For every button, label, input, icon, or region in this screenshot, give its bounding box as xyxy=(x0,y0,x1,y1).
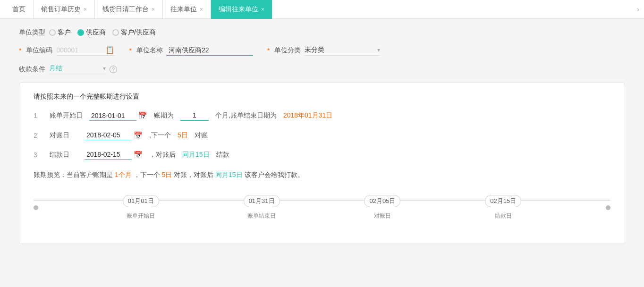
calendar-icon-3[interactable]: 📅 xyxy=(134,151,143,159)
calendar-icon-2[interactable]: 📅 xyxy=(134,131,143,140)
tabs-expand-icon[interactable]: › xyxy=(632,5,644,14)
radio-customer-circle xyxy=(49,29,56,36)
timeline-point-3: 02月05日 对账日 xyxy=(364,195,400,220)
timeline-badge-2: 01月31日 xyxy=(244,195,280,207)
timeline-sublabel-2: 账单结束日 xyxy=(247,212,276,220)
period-input[interactable] xyxy=(180,110,209,121)
radio-both-label: 客户/供应商 xyxy=(121,28,156,37)
row2-suffix: 对账 xyxy=(195,131,208,140)
radio-supplier[interactable]: 供应商 xyxy=(77,28,106,37)
main-content: 单位类型 客户 供应商 客户/供应商 * 单位编码 xyxy=(0,19,644,287)
radio-both[interactable]: 客户/供应商 xyxy=(112,28,156,37)
unit-type-field: 单位类型 客户 供应商 客户/供应商 xyxy=(19,28,156,37)
tab-edit-partner-label: 编辑往来单位 xyxy=(219,5,258,14)
row3-prefix: ，对账后 xyxy=(149,151,176,159)
cycle-row-2: 2 对账日 📅 ,下一个 5日 对账 xyxy=(34,130,610,140)
unit-category-chevron-icon: ▾ xyxy=(377,47,380,53)
payment-value: 月结 xyxy=(49,64,101,73)
radio-both-circle xyxy=(112,29,119,36)
timeline-badge-3: 02月05日 xyxy=(364,195,400,207)
timeline-sublabel-1: 账单开始日 xyxy=(127,212,155,220)
tab-edit-partner-close[interactable]: × xyxy=(261,6,264,13)
unit-category-required: * xyxy=(267,47,270,54)
calendar-icon-1[interactable]: 📅 xyxy=(138,111,147,120)
radio-customer[interactable]: 客户 xyxy=(49,28,71,37)
unit-name-field: * 单位名称 xyxy=(129,46,253,56)
unit-name-label: 单位名称 xyxy=(136,46,163,55)
unit-category-field: * 单位分类 未分类 ▾ xyxy=(267,46,380,56)
tl-right-end xyxy=(606,195,610,220)
tab-home-label: 首页 xyxy=(12,5,25,14)
tab-sales-order-history-label: 销售订单历史 xyxy=(41,5,81,14)
cycle-panel: 请按照未来的一个完整帐期进行设置 1 账单开始日 📅 账期为 个月,账单结束日期… xyxy=(19,83,625,244)
tab-sales-order-history[interactable]: 销售订单历史 × xyxy=(34,0,95,19)
unit-name-required: * xyxy=(129,47,131,54)
radio-supplier-circle xyxy=(77,29,84,36)
timeline-badge-1: 01月01日 xyxy=(123,195,159,207)
date-input-3[interactable] xyxy=(85,150,132,160)
date-input-1[interactable] xyxy=(89,111,136,121)
row3-suffix: 结款 xyxy=(216,151,229,159)
unit-type-radio-group: 客户 供应商 客户/供应商 xyxy=(49,28,156,37)
radio-supplier-label: 供应商 xyxy=(86,28,106,37)
radio-customer-label: 客户 xyxy=(58,28,71,37)
unit-info-row: * 单位编码 📋 * 单位名称 * 单位分类 未分类 ▾ xyxy=(19,45,625,56)
unit-type-row: 单位类型 客户 供应商 客户/供应商 xyxy=(19,28,625,37)
unit-category-label: 单位分类 xyxy=(274,46,301,55)
tl-left-dot xyxy=(34,205,38,210)
tab-edit-partner[interactable]: 编辑往来单位 × xyxy=(211,0,272,19)
cycle-num-3: 3 xyxy=(34,151,43,159)
cycle-num-1: 1 xyxy=(34,112,43,119)
row2-prefix: ,下一个 xyxy=(149,131,171,140)
unit-code-input[interactable] xyxy=(56,46,103,54)
payment-help-icon[interactable]: ? xyxy=(110,66,117,73)
tab-partner-unit[interactable]: 往来单位 × xyxy=(163,0,211,19)
preview-highlight3: 同月15日 xyxy=(215,171,243,178)
tab-cash-work-label: 钱货日清工作台 xyxy=(102,5,149,14)
period-end-date: 2018年01月31日 xyxy=(283,111,332,120)
preview-prefix: 账期预览：当前客户账期是 xyxy=(34,171,113,178)
timeline-points: 01月01日 账单开始日 01月31日 账单结束日 02月05日 对账日 02月… xyxy=(34,195,610,220)
preview-highlight2: 5日 xyxy=(161,171,172,178)
row3-highlight: 同月15日 xyxy=(182,151,210,159)
cycle-label-3: 结款日 xyxy=(50,151,78,159)
payment-row: 收款条件 月结 ▾ ? xyxy=(19,64,625,74)
timeline-point-2: 01月31日 账单结束日 xyxy=(244,195,280,220)
date-field-2: 📅 xyxy=(85,130,143,140)
preview-middle2: 对账，对账后 xyxy=(174,171,213,178)
payment-select[interactable]: 月结 ▾ xyxy=(49,64,106,74)
row2-highlight: 5日 xyxy=(178,131,188,140)
unit-type-label: 单位类型 xyxy=(19,28,45,37)
unit-code-input-wrapper: 📋 xyxy=(56,45,115,56)
unit-code-copy-icon[interactable]: 📋 xyxy=(105,45,115,54)
period-suffix-1: 个月,账单结束日期为 xyxy=(215,111,277,120)
cycle-row-3: 3 结款日 📅 ，对账后 同月15日 结款 xyxy=(34,150,610,160)
timeline: 01月01日 账单开始日 01月31日 账单结束日 02月05日 对账日 02月… xyxy=(34,190,610,234)
tab-partner-unit-close[interactable]: × xyxy=(200,6,203,13)
preview-highlight1: 1个月 xyxy=(115,171,132,178)
preview-suffix: 该客户会给我打款。 xyxy=(245,171,304,178)
cycle-row-1: 1 账单开始日 📅 账期为 个月,账单结束日期为 2018年01月31日 xyxy=(34,110,610,121)
unit-category-select[interactable]: 未分类 ▾ xyxy=(305,46,380,56)
date-input-2[interactable] xyxy=(85,130,132,140)
unit-name-input[interactable] xyxy=(167,46,253,56)
tab-cash-work-close[interactable]: × xyxy=(152,6,155,13)
unit-code-field: * 单位编码 📋 xyxy=(19,45,115,56)
tab-partner-unit-label: 往来单位 xyxy=(170,5,197,14)
tab-cash-work[interactable]: 钱货日清工作台 × xyxy=(95,0,163,19)
cycle-label-2: 对账日 xyxy=(50,131,78,140)
payment-field: 收款条件 月结 ▾ ? xyxy=(19,64,117,74)
tabs-bar: 首页 销售订单历史 × 钱货日清工作台 × 往来单位 × 编辑往来单位 × › xyxy=(0,0,644,19)
timeline-point-1: 01月01日 账单开始日 xyxy=(123,195,159,220)
tab-home[interactable]: 首页 xyxy=(5,0,34,19)
cycle-num-2: 2 xyxy=(34,132,43,139)
payment-chevron-icon: ▾ xyxy=(103,65,106,72)
unit-category-value: 未分类 xyxy=(305,46,375,54)
preview-middle1: ，下一个 xyxy=(134,171,160,178)
cycle-label-1: 账单开始日 xyxy=(50,111,83,120)
unit-code-label: 单位编码 xyxy=(26,46,52,55)
tab-sales-order-history-close[interactable]: × xyxy=(84,6,87,13)
payment-label: 收款条件 xyxy=(19,65,45,74)
cycle-panel-title: 请按照未来的一个完整帐期进行设置 xyxy=(34,93,610,101)
timeline-badge-4: 02月15日 xyxy=(485,195,521,207)
